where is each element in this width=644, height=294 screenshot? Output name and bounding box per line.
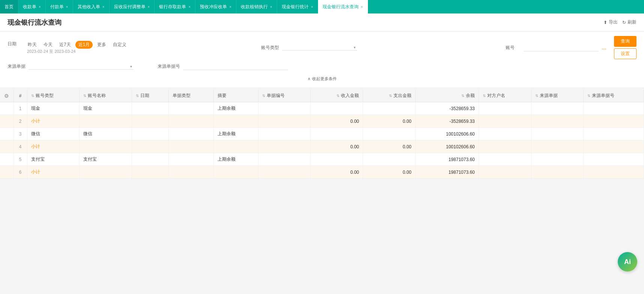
col-date[interactable]: ⇅日期: [132, 90, 169, 102]
cell-account-type: 现金: [27, 102, 80, 115]
nav-item-payment[interactable]: 付款单 ×: [46, 0, 73, 13]
export-button[interactable]: ⬆ 导出: [603, 19, 618, 25]
filter-row-1: 日期 昨天 今天 近7天 近1月 更多 自定义 2023-02-24 至 202…: [8, 36, 636, 59]
table-row[interactable]: 4 小计 0.00 0.00 100102606.60: [0, 140, 644, 153]
date-btn-yesterday[interactable]: 昨天: [26, 41, 39, 49]
nav-item-cash-bank-stats[interactable]: 现金银行统计 ×: [277, 0, 318, 13]
table-row[interactable]: 6 小计 0.00 0.00 19871073.60: [0, 166, 644, 179]
col-account-name[interactable]: ⇅账号名称: [80, 90, 132, 102]
account-type-label: 账号类型: [261, 45, 279, 51]
cell-date: [132, 102, 169, 115]
nav-item-ar-ap-adjust[interactable]: 应收应付调整单 ×: [110, 0, 155, 13]
source-doc-select[interactable]: ▾: [29, 64, 134, 70]
nav-cash-query-close[interactable]: ×: [361, 5, 363, 9]
nav-cash-query-label: 现金银行流水查询: [323, 4, 359, 10]
nav-receipt-label: 收款单: [23, 4, 36, 10]
cell-doc-type: [169, 128, 213, 140]
col-counterpart[interactable]: ⇅对方户名: [479, 90, 531, 102]
date-btn-7days[interactable]: 近7天: [57, 41, 73, 49]
date-btn-more[interactable]: 更多: [95, 41, 108, 49]
date-btn-1month[interactable]: 近1月: [75, 41, 93, 49]
nav-bank-deposit-close[interactable]: ×: [188, 5, 191, 9]
col-account-type[interactable]: ⇅账号类型: [27, 90, 80, 102]
cell-account-name: 支付宝: [80, 153, 132, 166]
nav-item-home[interactable]: 首页: [0, 0, 18, 13]
col-expense[interactable]: ⇅支出金额: [363, 90, 416, 102]
col-settings[interactable]: ⚙: [0, 90, 14, 102]
nav-prepaid-close[interactable]: ×: [229, 5, 231, 9]
cell-balance: 19871073.60: [416, 166, 479, 179]
account-input[interactable]: [524, 44, 599, 51]
cell-counterpart: [479, 115, 531, 128]
date-btn-custom[interactable]: 自定义: [111, 41, 129, 49]
col-source-doc-no[interactable]: ⇅来源单据号: [584, 90, 644, 102]
cell-account-name: [80, 115, 132, 128]
cell-expense: [363, 102, 416, 115]
table-row[interactable]: 5 支付宝 支付宝 上期余额 19871073.60: [0, 153, 644, 166]
col-income[interactable]: ⇅收入金额: [311, 90, 363, 102]
nav-item-cash-bank-query[interactable]: 现金银行流水查询 ×: [318, 0, 368, 13]
cell-settings: [0, 128, 14, 140]
nav-cash-stats-close[interactable]: ×: [311, 5, 313, 9]
nav-item-bank-deposit[interactable]: 银行存取款单 ×: [155, 0, 195, 13]
cell-index: 3: [14, 128, 27, 140]
cell-source-doc-no: [584, 115, 644, 128]
more-dots-icon[interactable]: ...: [602, 44, 606, 51]
cell-counterpart: [479, 128, 531, 140]
cell-source-doc: [531, 102, 584, 115]
nav-payment-close[interactable]: ×: [66, 5, 68, 9]
nav-payment-label: 付款单: [50, 4, 64, 10]
col-summary: 摘要: [213, 90, 258, 102]
refresh-button[interactable]: ↻ 刷新: [622, 19, 636, 25]
nav-other-income-close[interactable]: ×: [102, 5, 105, 9]
query-button[interactable]: 查询: [614, 36, 636, 47]
account-type-arrow-icon: ▾: [354, 45, 356, 49]
cell-expense: 0.00: [363, 166, 416, 179]
cell-source-doc: [531, 128, 584, 140]
cell-doc-no: [258, 140, 311, 153]
col-index: #: [14, 90, 27, 102]
table-body: 1 现金 现金 上期余额 -3528659.33 2 小计 0.00 0.00 …: [0, 102, 644, 179]
settings-button[interactable]: 设置: [614, 48, 636, 59]
cell-settings: [0, 140, 14, 153]
cell-doc-type: [169, 102, 213, 115]
cell-index: 2: [14, 115, 27, 128]
nav-receipt-close[interactable]: ×: [39, 5, 41, 9]
cell-summary: 上期余额: [213, 128, 258, 140]
table-row[interactable]: 2 小计 0.00 0.00 -3528659.33: [0, 115, 644, 128]
cell-income: 0.00: [311, 140, 363, 153]
nav-item-prepaid-charge[interactable]: 预收冲应收单 ×: [195, 0, 236, 13]
nav-item-other-income[interactable]: 其他收入单 ×: [73, 0, 110, 13]
nav-bank-deposit-label: 银行存取款单: [159, 4, 186, 10]
cell-source-doc-no: [584, 140, 644, 153]
refresh-icon: ↻: [622, 20, 626, 25]
cell-balance: 100102606.60: [416, 128, 479, 140]
cell-account-type: 小计: [27, 166, 80, 179]
table-settings-icon[interactable]: ⚙: [4, 93, 9, 99]
cell-settings: [0, 166, 14, 179]
account-type-select[interactable]: ▾: [282, 45, 357, 51]
nav-receipt-verify-label: 收款核销执行: [241, 4, 268, 10]
nav-receipt-verify-close[interactable]: ×: [270, 5, 272, 9]
nav-item-receipt[interactable]: 收款单 ×: [18, 0, 46, 13]
nav-item-receipt-verify[interactable]: 收款核销执行 ×: [236, 0, 277, 13]
table-row[interactable]: 3 微信 微信 上期余额 100102606.60: [0, 128, 644, 140]
collapse-icon: ∧: [308, 76, 311, 81]
cell-income: [311, 128, 363, 140]
header-actions: ⬆ 导出 ↻ 刷新: [603, 19, 636, 25]
cell-source-doc-no: [584, 153, 644, 166]
collapse-label: 收起更多条件: [312, 76, 337, 82]
col-source-doc[interactable]: ⇅来源单据: [531, 90, 584, 102]
nav-prepaid-label: 预收冲应收单: [200, 4, 227, 10]
cell-doc-type: [169, 153, 213, 166]
cell-source-doc: [531, 166, 584, 179]
collapse-bar[interactable]: ∧ 收起更多条件: [8, 74, 636, 83]
col-doc-no[interactable]: ⇅单据编号: [258, 90, 311, 102]
source-doc-no-input[interactable]: [183, 63, 288, 70]
col-balance[interactable]: ⇅余额: [416, 90, 479, 102]
table-row[interactable]: 1 现金 现金 上期余额 -3528659.33: [0, 102, 644, 115]
nav-ar-ap-close[interactable]: ×: [148, 5, 150, 9]
nav-ar-ap-label: 应收应付调整单: [114, 4, 146, 10]
date-btn-today[interactable]: 今天: [41, 41, 55, 49]
cell-expense: 0.00: [363, 140, 416, 153]
